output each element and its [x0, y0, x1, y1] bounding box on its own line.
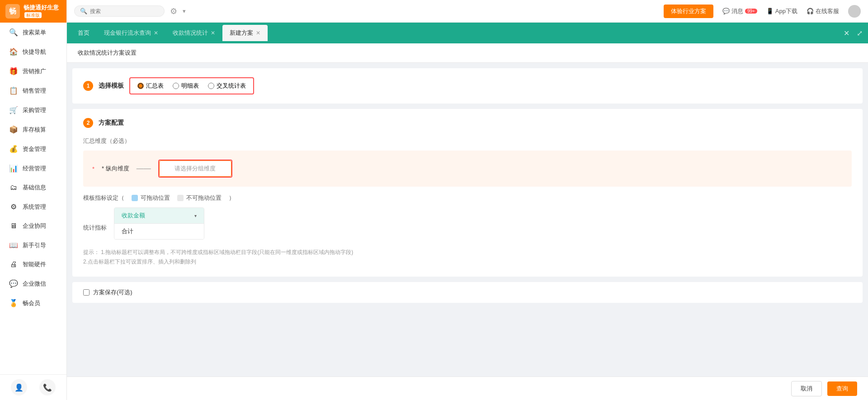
summary-dim-title: 汇总维度（必选）: [83, 137, 852, 145]
summary-dim-area: 汇总维度（必选） * * 纵向维度 —— 请选择分组维度: [83, 137, 852, 187]
tab-new-scheme-close[interactable]: ✕: [256, 30, 260, 36]
sidebar-item-basic-info[interactable]: 🗂 基础信息: [0, 178, 66, 197]
radio-detail-input[interactable]: [173, 83, 179, 89]
sidebar-item-guide[interactable]: 📖 新手引导: [0, 235, 66, 255]
sidebar-item-inventory[interactable]: 📦 库存核算: [0, 120, 66, 139]
tips-section: 提示： 1.拖动标题栏可以调整布局，不可跨维度或指标区域拖动栏目字段(只能在同一…: [83, 249, 852, 266]
clipboard-icon: 📋: [9, 86, 18, 95]
radio-detail[interactable]: 明细表: [173, 82, 199, 90]
radio-detail-label: 明细表: [181, 82, 199, 90]
radio-cross-label: 交叉统计表: [217, 82, 246, 90]
sidebar-item-system[interactable]: ⚙ 系统管理: [0, 197, 66, 216]
query-button[interactable]: 查询: [827, 381, 857, 396]
tab-bank-flow-close[interactable]: ✕: [154, 30, 158, 36]
money-icon: 💰: [9, 145, 18, 153]
box-icon: 📦: [9, 125, 18, 134]
indicator-title-end: ）: [229, 194, 235, 202]
dim-arrow: ——: [137, 165, 151, 173]
sidebar-item-quick-nav[interactable]: 🏠 快捷导航: [0, 42, 66, 61]
logo-badge: 标准版: [24, 12, 42, 18]
radio-summary-input[interactable]: [137, 83, 144, 89]
gear-icon[interactable]: ⚙: [170, 6, 177, 16]
app-download-area[interactable]: 📱 App下载: [766, 7, 797, 15]
logo-text-area: 畅捷通好生意 标准版: [24, 4, 59, 19]
sidebar-nav: 🔍 搜索菜单 🏠 快捷导航 🎁 营销推广 📋 销售管理 🛒 采购管理 📦 库存核…: [0, 23, 66, 374]
indicator-category: 统计指标: [83, 207, 107, 240]
chart-icon: 📊: [9, 164, 18, 173]
sidebar-item-search-menu[interactable]: 🔍 搜索菜单: [0, 23, 66, 42]
sidebar-label-guide: 新手引导: [23, 241, 46, 249]
sidebar: 畅 畅捷通好生意 标准版 🔍 搜索菜单 🏠 快捷导航 🎁 营销推广 📋 销售管理…: [0, 0, 67, 400]
sidebar-label-sales: 销售管理: [23, 87, 46, 95]
sidebar-item-corp[interactable]: 🖥 企业协同: [0, 216, 66, 235]
section1-label: 选择模板: [99, 82, 124, 90]
sidebar-logo: 畅 畅捷通好生意 标准版: [0, 0, 66, 23]
section2-label: 方案配置: [99, 119, 124, 127]
user-avatar[interactable]: [848, 5, 861, 18]
tab-bank-flow-label: 现金银行流水查询: [104, 29, 151, 37]
indicator-hint: 模板指标设定（ 可拖动位置 不可拖动位置 ）: [83, 194, 852, 202]
tab-maximize-btn[interactable]: ⤢: [855, 27, 864, 39]
medal-icon: 🏅: [9, 299, 18, 307]
sidebar-item-marketing[interactable]: 🎁 营销推广: [0, 61, 66, 81]
header-actions: 体验行业方案 💬 消息 99+ 📱 App下载 🎧 在线客服: [664, 5, 861, 18]
tab-home[interactable]: 首页: [71, 25, 97, 41]
online-service-area[interactable]: 🎧 在线客服: [807, 7, 839, 15]
dim-select-box[interactable]: 请选择分组维度: [159, 160, 231, 177]
notification-area[interactable]: 💬 消息 99+: [722, 7, 757, 15]
sidebar-item-hardware[interactable]: 🖨 智能硬件: [0, 255, 66, 274]
logo-text: 畅捷通好生意: [24, 4, 59, 11]
radio-summary-label: 汇总表: [146, 82, 164, 90]
radio-cross-input[interactable]: [208, 83, 214, 89]
sidebar-item-operation[interactable]: 📊 经营管理: [0, 159, 66, 178]
dim-select-wrapper[interactable]: 请选择分组维度: [158, 160, 232, 178]
search-bar[interactable]: 🔍: [74, 5, 165, 17]
indicator-title-text: 模板指标设定（: [83, 194, 124, 201]
breadcrumb-text: 收款情况统计方案设置: [78, 49, 137, 56]
chevron-down-icon[interactable]: ▾: [194, 213, 197, 218]
sidebar-label-hardware: 智能硬件: [23, 260, 46, 268]
sidebar-item-sales[interactable]: 📋 销售管理: [0, 81, 66, 100]
tab-new-scheme[interactable]: 新建方案 ✕: [222, 25, 268, 41]
tab-receipt-stats-close[interactable]: ✕: [211, 30, 215, 36]
notification-badge: 99+: [745, 9, 757, 14]
indicator-table-area: 统计指标 收款金额 ▾ 合计: [83, 207, 852, 240]
footer-bar: 取消 查询: [67, 376, 868, 400]
sidebar-label-member: 畅会员: [23, 299, 40, 307]
app-icon: 📱: [766, 8, 774, 14]
sidebar-item-member[interactable]: 🏅 畅会员: [0, 293, 66, 313]
dropdown-icon[interactable]: ▾: [183, 8, 186, 14]
sidebar-item-weixin[interactable]: 💬 企业微信: [0, 274, 66, 293]
sidebar-item-finance[interactable]: 💰 资金管理: [0, 139, 66, 159]
tab-close-btn[interactable]: ✕: [842, 27, 851, 39]
indicator-header-row[interactable]: 收款金额 ▾: [114, 208, 204, 224]
tab-bank-flow[interactable]: 现金银行流水查询 ✕: [97, 25, 165, 41]
tab-receipt-stats[interactable]: 收款情况统计 ✕: [165, 25, 222, 41]
radio-cross[interactable]: 交叉统计表: [208, 82, 246, 90]
search-input[interactable]: [90, 8, 153, 14]
non-draggable-label: 不可拖动位置: [186, 194, 222, 202]
sidebar-label-search-menu: 搜索菜单: [23, 28, 46, 37]
book-icon: 📖: [9, 241, 18, 249]
cart-icon: 🛒: [9, 106, 18, 114]
page-content: 收款情况统计方案设置 1 选择模板 汇总表 明细表: [67, 43, 868, 400]
cancel-button[interactable]: 取消: [791, 381, 822, 396]
sidebar-label-finance: 资金管理: [23, 145, 46, 153]
radio-summary[interactable]: 汇总表: [137, 82, 164, 90]
trial-btn[interactable]: 体验行业方案: [664, 5, 713, 18]
top-header: 🔍 ⚙ ▾ 体验行业方案 💬 消息 99+ 📱 App下载 🎧 在线客服: [67, 0, 868, 23]
sidebar-label-inventory: 库存核算: [23, 126, 46, 134]
non-draggable-badge: 不可拖动位置: [177, 194, 222, 202]
sidebar-label-purchase: 采购管理: [23, 106, 46, 114]
sidebar-bottom-btn1[interactable]: 👤: [11, 379, 27, 395]
chat-icon: 💬: [9, 279, 18, 288]
sidebar-bottom-btn2[interactable]: 📞: [39, 379, 56, 395]
folder-icon: 🗂: [9, 184, 18, 192]
dimension-row: * * 纵向维度 —— 请选择分组维度: [92, 160, 843, 178]
sidebar-item-purchase[interactable]: 🛒 采购管理: [0, 100, 66, 120]
monitor-icon: 🖥: [9, 222, 18, 230]
save-checkbox[interactable]: [83, 289, 90, 296]
tabs-right: ✕ ⤢: [842, 27, 864, 39]
search-menu-icon: 🔍: [9, 28, 18, 37]
template-select-box: 汇总表 明细表 交叉统计表: [129, 77, 254, 94]
